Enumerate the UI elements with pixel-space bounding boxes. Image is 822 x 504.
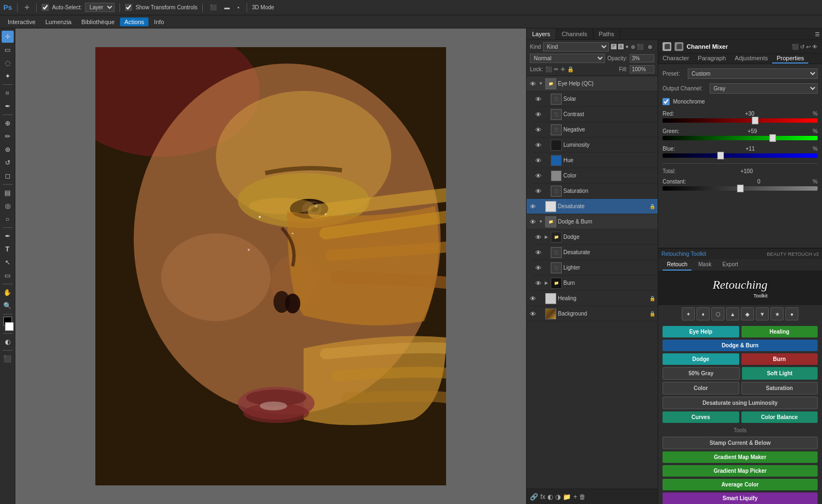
average-color-btn[interactable]: Average Color	[663, 479, 818, 490]
layer-lighter[interactable]: 👁 ⬛ Lighter	[532, 260, 658, 276]
smart-liquify-btn[interactable]: Smart Liquify	[663, 492, 818, 504]
layer-expand-icon[interactable]: ▶	[544, 234, 549, 240]
background-color[interactable]	[5, 322, 14, 331]
layer-vis-icon[interactable]: 👁	[534, 264, 542, 272]
layer-vis-icon[interactable]: 👁	[529, 203, 536, 210]
layer-vis-icon[interactable]: 👁	[534, 157, 542, 164]
layer-vis-icon[interactable]: 👁	[534, 233, 542, 241]
stamp-current-btn[interactable]: Stamp Current & Below	[663, 437, 818, 449]
layer-vis-icon[interactable]: 👁	[534, 111, 542, 118]
layer-vis-icon[interactable]: 👁	[534, 172, 542, 180]
lock-all-icon[interactable]: 🔒	[567, 66, 574, 72]
magic-wand-tool[interactable]: ✦	[2, 70, 14, 82]
retouch-icon-1[interactable]: ✦	[682, 307, 695, 320]
gradient-map-maker-btn[interactable]: Gradient Map Maker	[663, 451, 818, 463]
saturation-btn[interactable]: Saturation	[741, 382, 818, 394]
layer-saturation[interactable]: 👁 ⬛ Saturation	[532, 184, 658, 199]
retouch-icon-3[interactable]: ⬡	[711, 307, 724, 320]
layer-contrast[interactable]: 👁 ⬛ Contrast	[532, 107, 658, 122]
align-left-btn[interactable]: ⬛	[208, 3, 219, 12]
add-mask-btn[interactable]: ◐	[547, 493, 553, 501]
menu-lumenzia[interactable]: Lumenzia	[41, 18, 76, 26]
align-right-btn[interactable]: ▪	[235, 3, 242, 12]
move-tool-btn[interactable]: ✛	[22, 3, 31, 12]
lock-image-icon[interactable]: ✏	[554, 66, 558, 72]
layer-expand-icon[interactable]: ▶	[544, 280, 549, 286]
dodge-burn-btn[interactable]: Dodge & Burn	[663, 340, 818, 351]
menu-bibliotheque[interactable]: Bibliothèque	[77, 18, 119, 26]
tab-layers[interactable]: Layers	[527, 28, 556, 39]
auto-select-checkbox[interactable]	[42, 4, 49, 11]
red-slider[interactable]	[663, 118, 818, 123]
link-layers-btn[interactable]: 🔗	[530, 493, 538, 501]
tab-paths[interactable]: Paths	[593, 28, 620, 39]
burn-btn[interactable]: Burn	[741, 353, 818, 365]
layer-background[interactable]: 👁 Background 🔒	[527, 306, 658, 322]
prop-tab-adjustments[interactable]: Adjustments	[730, 54, 773, 64]
retouch-tab-retouch[interactable]: Retouch	[663, 259, 692, 271]
layer-negative[interactable]: 👁 ⬛ Negative	[532, 122, 658, 138]
retouch-tab-mask[interactable]: Mask	[694, 259, 716, 271]
desaturate-lum-btn[interactable]: Desaturate using Luminosity	[663, 397, 818, 409]
menu-actions[interactable]: Actions	[120, 18, 149, 26]
dodge-tool[interactable]: ○	[2, 213, 14, 225]
eyedropper-tool[interactable]: ✒	[2, 100, 14, 112]
new-layer-icon[interactable]: ⊕	[646, 43, 654, 51]
move-tool[interactable]: ✛	[2, 31, 14, 43]
monochrome-checkbox[interactable]	[663, 98, 670, 105]
layer-vis-icon[interactable]: 👁	[534, 187, 542, 195]
pen-tool[interactable]: ✒	[2, 230, 14, 242]
layer-vis-icon[interactable]: 👁	[534, 249, 542, 256]
blue-slider[interactable]	[663, 153, 818, 158]
layer-expand-icon[interactable]: ▼	[538, 219, 544, 225]
eraser-tool[interactable]: ◻	[2, 170, 14, 182]
screen-mode-btn[interactable]: ⬛	[2, 353, 14, 365]
retouch-icon-8[interactable]: ●	[785, 307, 798, 320]
50gray-btn[interactable]: 50% Gray	[663, 367, 740, 380]
hand-tool[interactable]: ✋	[2, 287, 14, 299]
layer-vis-icon[interactable]: 👁	[529, 80, 536, 88]
layer-color[interactable]: 👁 Color	[532, 168, 658, 184]
opacity-input[interactable]	[630, 54, 654, 62]
layer-vis-icon[interactable]: 👁	[529, 218, 536, 226]
layer-healing[interactable]: 👁 Healing 🔒	[527, 291, 658, 306]
new-fill-btn[interactable]: ◑	[555, 493, 561, 501]
delete-layer-btn[interactable]: 🗑	[579, 493, 586, 501]
zoom-tool[interactable]: 🔍	[2, 300, 14, 312]
healing-btn[interactable]: Healing	[741, 326, 818, 337]
layer-desaturate[interactable]: 👁 Desaturate 🔒	[527, 199, 658, 214]
clone-stamp-tool[interactable]: ⊛	[2, 144, 14, 156]
new-layer-btn[interactable]: +	[573, 493, 577, 501]
text-tool[interactable]: T	[2, 243, 14, 255]
green-slider[interactable]	[663, 136, 818, 140]
align-center-btn[interactable]: ▬	[222, 3, 232, 12]
retouch-icon-7[interactable]: ★	[770, 307, 784, 320]
layer-expand-icon[interactable]: ▼	[538, 81, 544, 87]
curves-btn[interactable]: Curves	[663, 411, 739, 423]
prop-tab-paragraph[interactable]: Paragraph	[693, 54, 730, 64]
kind-select[interactable]: Kind	[543, 42, 609, 51]
output-channel-select[interactable]: Gray	[710, 83, 818, 94]
blur-tool[interactable]: ◎	[2, 200, 14, 212]
retouch-tab-export[interactable]: Export	[718, 259, 743, 271]
new-group-btn[interactable]: 📁	[563, 493, 571, 501]
layer-vis-icon[interactable]: 👁	[534, 279, 542, 287]
show-transform-checkbox[interactable]	[125, 4, 132, 11]
retouch-icon-4[interactable]: ▲	[726, 307, 739, 320]
history-brush-tool[interactable]: ↺	[2, 157, 14, 169]
preset-select[interactable]: Custom	[688, 68, 818, 79]
retouch-icon-5[interactable]: ◆	[741, 307, 754, 320]
gradient-tool[interactable]: ▤	[2, 187, 14, 199]
layer-dodge-burn-group[interactable]: 👁 ▼ 📁 Dodge & Burn	[527, 214, 658, 230]
layer-luminosity[interactable]: 👁 Luminosity	[532, 138, 658, 153]
eye-help-btn[interactable]: Eye Help	[663, 326, 739, 337]
quick-mask-btn[interactable]: ◐	[2, 336, 14, 348]
panel-menu-btn[interactable]: ☰	[813, 28, 822, 39]
prop-header-icon-4[interactable]: 👁	[812, 44, 818, 50]
lock-transparent-icon[interactable]: ⬛	[545, 66, 552, 72]
retouching-toolkit-label[interactable]: Retouching Toolkit	[661, 249, 706, 259]
prop-header-icon-3[interactable]: ↩	[806, 44, 810, 50]
layer-vis-icon[interactable]: 👁	[529, 310, 536, 318]
retouch-icon-2[interactable]: ♦	[697, 307, 710, 320]
shape-tool[interactable]: ▭	[2, 270, 14, 282]
